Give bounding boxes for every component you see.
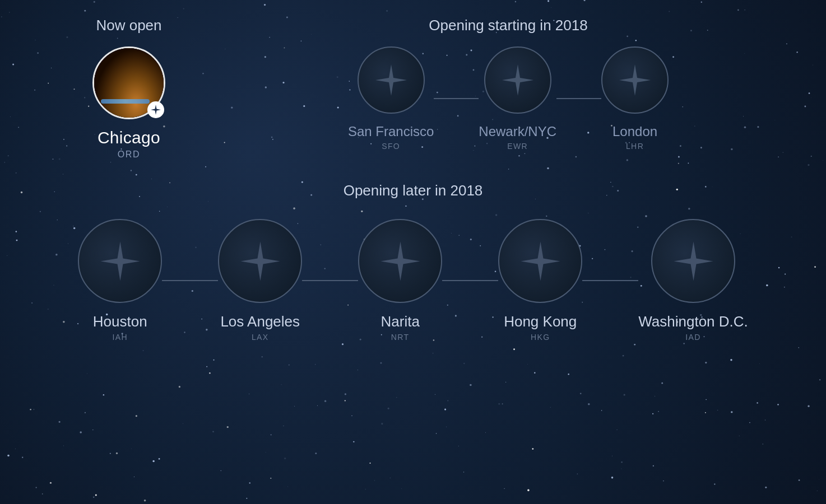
now-open-section: Now open Chicago ORD [34, 17, 224, 160]
lhr-city-code: LHR [626, 142, 644, 151]
ewr-star-icon [501, 63, 535, 97]
opening-later-section: Opening later in 2018 Houston IAH [0, 182, 826, 342]
city-node-sfo[interactable]: San Francisco SFO [348, 46, 434, 151]
lax-circle [218, 219, 302, 303]
iah-star-icon [99, 240, 141, 282]
nrt-star-icon [379, 240, 421, 282]
sfo-circle [358, 46, 425, 114]
sfo-city-code: SFO [382, 142, 400, 151]
city-node-nrt[interactable]: Narita NRT [358, 219, 442, 342]
sfo-label-group: San Francisco SFO [348, 124, 434, 151]
nrt-city-code: NRT [391, 333, 410, 342]
iah-city-name: Houston [93, 313, 147, 330]
city-node-lhr[interactable]: London LHR [601, 46, 669, 151]
opening-2018-section: Opening starting in 2018 San Francisco S… [224, 17, 792, 160]
nrt-label-group: Narita NRT [381, 313, 420, 342]
ewr-circle [484, 46, 551, 114]
connector-ewr-lhr [556, 98, 601, 99]
ewr-city-code: EWR [507, 142, 528, 151]
lhr-city-name: London [612, 124, 657, 139]
connector-hkg-iad [582, 280, 638, 281]
lhr-label-group: London LHR [612, 124, 657, 151]
iad-label-group: Washington D.C. IAD [638, 313, 748, 342]
chicago-circle-container[interactable] [92, 46, 165, 119]
lax-label-group: Los Angeles LAX [220, 313, 300, 342]
hkg-circle [498, 219, 582, 303]
lhr-circle [601, 46, 669, 114]
city-node-lax[interactable]: Los Angeles LAX [218, 219, 302, 342]
connector-nrt-hkg [442, 280, 498, 281]
city-node-hkg[interactable]: Hong Kong HKG [498, 219, 582, 342]
sfo-star-icon [374, 63, 408, 97]
connector-lax-nrt [302, 280, 358, 281]
now-open-label: Now open [96, 17, 161, 34]
hkg-star-icon [519, 240, 562, 282]
ewr-city-name: Newark/NYC [479, 124, 556, 139]
lax-star-icon [239, 240, 281, 282]
connector-sfo-ewr [434, 98, 479, 99]
opening-2018-circles-row: San Francisco SFO Newark/NYC EWR [348, 46, 669, 151]
page-container: Now open Chicago ORD Opening starting in… [0, 0, 826, 504]
iad-city-name: Washington D.C. [638, 313, 748, 330]
chicago-city-name: Chicago [98, 128, 160, 147]
iah-city-code: IAH [112, 333, 128, 342]
iad-city-code: IAD [685, 333, 701, 342]
hkg-city-name: Hong Kong [504, 313, 577, 330]
city-node-ewr[interactable]: Newark/NYC EWR [479, 46, 556, 151]
opening-2018-label: Opening starting in 2018 [429, 17, 587, 34]
lax-city-code: LAX [252, 333, 269, 342]
nrt-circle [358, 219, 442, 303]
iad-circle [651, 219, 735, 303]
ewr-label-group: Newark/NYC EWR [479, 124, 556, 151]
city-node-iah[interactable]: Houston IAH [78, 219, 162, 342]
iad-star-icon [672, 240, 714, 282]
iah-label-group: Houston IAH [93, 313, 147, 342]
iah-circle [78, 219, 162, 303]
chicago-city-code: ORD [118, 150, 140, 160]
lhr-star-icon [618, 63, 652, 97]
city-node-iad[interactable]: Washington D.C. IAD [638, 219, 748, 342]
sfo-city-name: San Francisco [348, 124, 434, 139]
opening-later-label: Opening later in 2018 [344, 182, 483, 199]
hkg-city-code: HKG [531, 333, 550, 342]
star-badge-icon [151, 105, 161, 115]
opening-later-circles-row: Houston IAH Los Angeles LAX [78, 219, 748, 342]
hkg-label-group: Hong Kong HKG [504, 313, 577, 342]
chicago-star-badge [147, 101, 164, 118]
connector-iah-lax [162, 280, 218, 281]
top-area: Now open Chicago ORD Opening starting in… [0, 17, 826, 160]
lax-city-name: Los Angeles [220, 313, 300, 330]
nrt-city-name: Narita [381, 313, 420, 330]
